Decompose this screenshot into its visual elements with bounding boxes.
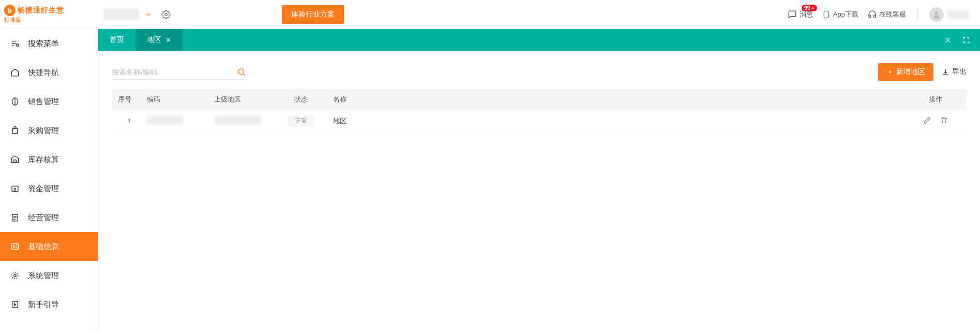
brand-edition: 标准版 xyxy=(4,16,83,24)
sidebar-item-label: 基础信息 xyxy=(28,242,59,252)
cell-ops xyxy=(904,110,967,133)
close-all-tabs-button[interactable] xyxy=(940,32,955,48)
svg-point-3 xyxy=(935,11,938,15)
header-right-area: 消息 99 + App下载 在线客服 xyxy=(788,7,970,22)
sidebar-item-baseinfo[interactable]: 基础信息 xyxy=(0,232,98,261)
sidebar-item-system[interactable]: 系统管理 xyxy=(0,261,98,290)
delete-icon[interactable] xyxy=(940,117,948,126)
fullscreen-button[interactable] xyxy=(958,32,974,48)
cell-name: 地区 xyxy=(327,110,904,133)
close-icon[interactable]: ✕ xyxy=(165,36,171,44)
chevron-down-icon xyxy=(145,11,152,18)
tab-label: 地区 xyxy=(147,35,161,45)
col-seq: 序号 xyxy=(112,89,141,110)
tab-region[interactable]: 地区 ✕ xyxy=(135,29,183,51)
svg-rect-1 xyxy=(824,11,828,18)
user-menu[interactable] xyxy=(929,7,970,22)
sidebar-item-label: 库存核算 xyxy=(28,155,59,165)
sidebar-item-label: 采购管理 xyxy=(28,126,59,136)
money-icon xyxy=(10,184,21,193)
warehouse-icon xyxy=(10,155,21,164)
sidebar-item-sales[interactable]: 销售管理 xyxy=(0,87,98,116)
cell-status: 正常 xyxy=(275,110,327,133)
table-header-row: 序号 编码 上级地区 状态 名称 操作 xyxy=(112,89,967,110)
main-area: 首页 地区 ✕ ＋ 新增地区 xyxy=(98,29,980,333)
divider xyxy=(917,9,918,20)
svg-point-0 xyxy=(165,13,168,16)
sidebar-item-label: 新手引导 xyxy=(28,300,59,310)
edit-icon[interactable] xyxy=(923,117,933,126)
brand-logo-icon: b xyxy=(4,5,16,16)
svg-point-18 xyxy=(13,246,14,248)
messages-link[interactable]: 消息 99 + xyxy=(788,10,813,19)
col-status[interactable]: 状态 xyxy=(275,89,327,110)
tab-label: 首页 xyxy=(110,35,124,45)
brand-name: 畅捷通好生意 xyxy=(18,6,64,15)
org-selector[interactable] xyxy=(83,9,282,20)
experience-industry-button[interactable]: 体验行业方案 xyxy=(282,5,344,24)
status-badge: 正常 xyxy=(288,115,314,126)
sidebar-item-label: 销售管理 xyxy=(28,97,59,107)
add-region-button[interactable]: ＋ 新增地区 xyxy=(878,63,933,81)
svg-point-26 xyxy=(238,69,244,75)
headset-icon xyxy=(868,10,877,19)
user-name xyxy=(947,10,970,19)
export-button[interactable]: 导出 xyxy=(942,67,967,77)
sidebar-item-label: 快捷导航 xyxy=(28,68,59,78)
svg-point-7 xyxy=(16,44,19,47)
messages-badge: 99 + xyxy=(802,5,817,11)
svg-line-27 xyxy=(243,74,245,75)
customer-service-label: 在线客服 xyxy=(879,10,906,19)
sidebar-item-purchase[interactable]: 采购管理 xyxy=(0,116,98,145)
sidebar-item-quick-nav[interactable]: 快捷导航 xyxy=(0,58,98,87)
message-icon xyxy=(788,10,797,19)
app-download-link[interactable]: App下载 xyxy=(822,10,858,19)
brand-logo-area: b 畅捷通好生意 标准版 xyxy=(0,5,83,24)
sidebar-item-inventory[interactable]: 库存核算 xyxy=(0,145,98,174)
col-code[interactable]: 编码 xyxy=(141,89,208,110)
search-icon[interactable] xyxy=(237,67,246,77)
add-button-label: 新增地区 xyxy=(896,67,925,77)
clipboard-icon xyxy=(10,213,21,222)
phone-icon xyxy=(822,10,831,19)
sidebar: 搜索菜单 快捷导航 销售管理 采购管理 库存核算 资金管理 经营管理 xyxy=(0,29,98,333)
tabs-controls xyxy=(940,29,980,51)
content-panel: ＋ 新增地区 导出 序号 编码 上级地区 状态 名称 xyxy=(98,51,980,333)
card-icon xyxy=(10,242,21,251)
home-icon xyxy=(10,68,21,77)
settings-icon xyxy=(10,271,21,280)
tab-home[interactable]: 首页 xyxy=(98,29,135,51)
col-name[interactable]: 名称 xyxy=(327,89,904,110)
sidebar-item-guide[interactable]: 新手引导 xyxy=(0,290,98,319)
cell-seq: 1 xyxy=(112,110,141,133)
sidebar-item-operation[interactable]: 经营管理 xyxy=(0,203,98,232)
search-input[interactable] xyxy=(112,65,237,79)
plus-icon: ＋ xyxy=(886,67,894,77)
sidebar-item-label: 系统管理 xyxy=(28,271,59,281)
customer-service-link[interactable]: 在线客服 xyxy=(868,10,906,19)
sidebar-item-label: 资金管理 xyxy=(28,184,59,194)
table-row: 1 正常 地区 xyxy=(112,110,967,133)
avatar-icon xyxy=(929,7,944,22)
cell-code xyxy=(141,110,208,133)
sidebar-item-label: 经营管理 xyxy=(28,213,59,223)
sidebar-item-label: 搜索菜单 xyxy=(28,39,59,49)
col-ops: 操作 xyxy=(904,89,967,110)
gear-icon[interactable] xyxy=(161,10,171,19)
export-icon xyxy=(942,68,949,76)
search-box xyxy=(112,65,246,80)
search-menu-icon xyxy=(10,39,21,48)
sales-icon xyxy=(10,97,21,106)
sidebar-item-search-menu[interactable]: 搜索菜单 xyxy=(0,29,98,58)
svg-line-8 xyxy=(18,46,19,47)
svg-point-22 xyxy=(14,274,17,277)
sidebar-item-fund[interactable]: 资金管理 xyxy=(0,174,98,203)
app-download-label: App下载 xyxy=(833,10,858,19)
region-table: 序号 编码 上级地区 状态 名称 操作 1 正常 地区 xyxy=(112,89,967,133)
org-name xyxy=(103,9,140,20)
col-parent[interactable]: 上级地区 xyxy=(208,89,275,110)
content-toolbar: ＋ 新增地区 导出 xyxy=(112,63,967,81)
svg-rect-11 xyxy=(14,160,17,163)
svg-rect-17 xyxy=(11,244,19,250)
bag-icon xyxy=(10,126,21,135)
